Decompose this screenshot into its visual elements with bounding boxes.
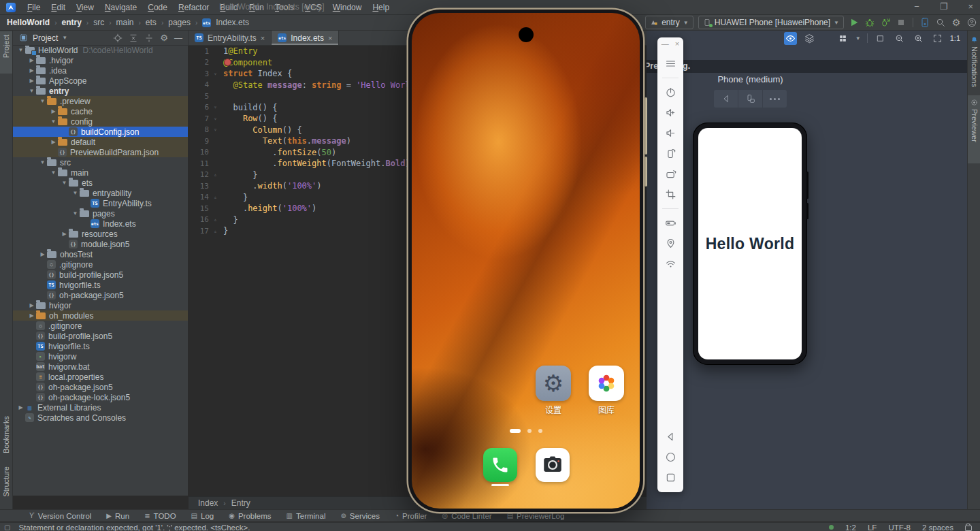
chevron-down-icon[interactable]: ▼	[49, 170, 58, 176]
debug-icon[interactable]	[864, 17, 875, 28]
menu-window[interactable]: Window	[327, 1, 368, 14]
chevron-right-icon[interactable]: ▶	[27, 312, 36, 319]
tree-row-ets[interactable]: ▼ets	[12, 178, 188, 188]
settings-icon[interactable]: ⚙	[951, 17, 962, 28]
tree-row-scratches-and-consoles[interactable]: ✎Scratches and Consoles	[12, 413, 188, 423]
menu-navigate[interactable]: Navigate	[99, 1, 142, 14]
chevron-right-icon[interactable]: ▶	[38, 251, 47, 257]
file-encoding[interactable]: UTF-8	[888, 524, 911, 531]
chevron-down-icon[interactable]: ▼	[38, 159, 47, 165]
chevron-right-icon[interactable]: ▶	[49, 108, 58, 114]
chevron-right-icon[interactable]: ▶	[27, 78, 36, 84]
frame-icon[interactable]	[874, 32, 887, 45]
power-icon[interactable]	[664, 86, 677, 99]
chevron-right-icon[interactable]: ▶	[27, 57, 36, 63]
toolwindow-services[interactable]: ⊚Services	[334, 510, 386, 521]
restore-window-icon[interactable]: ❐	[940, 0, 948, 14]
tree-row-main[interactable]: ▼main	[12, 167, 188, 178]
user-icon[interactable]	[966, 17, 977, 28]
tree-row-buildconfig-json[interactable]: {}buildConfig.json	[12, 127, 188, 137]
tree-row-previewbuildparam-json[interactable]: {}PreviewBuildParam.json	[12, 147, 188, 157]
device-select[interactable]: HUAWEI Phone [HuaweiPhone] ▼	[698, 16, 844, 29]
tree-row-oh-package-lock-json5[interactable]: {}oh-package-lock.json5	[12, 392, 188, 402]
tree-row--gitignore[interactable]: ◌.gitignore	[12, 321, 188, 331]
emulator-minimize-icon[interactable]: —	[662, 39, 669, 48]
menu-help[interactable]: Help	[367, 1, 395, 14]
more-icon[interactable]	[763, 90, 787, 108]
menu-view[interactable]: View	[71, 1, 99, 14]
tab-index[interactable]: ets Index.ets ×	[272, 31, 339, 45]
home-nav-icon[interactable]	[664, 451, 677, 464]
tree-row-hvigorw-bat[interactable]: bathvigorw.bat	[12, 361, 188, 372]
sidebar-tab-notifications[interactable]: Notifications	[968, 33, 980, 93]
chevron-right-icon[interactable]: ▶	[60, 231, 69, 237]
tree-row-build-profile-json5[interactable]: {}build-profile.json5	[12, 331, 188, 341]
fold-marker-icon[interactable]: ▿	[214, 127, 223, 133]
layers-icon[interactable]	[803, 32, 816, 45]
expand-all-icon[interactable]	[129, 33, 138, 43]
menu-code[interactable]: Code	[142, 1, 173, 14]
gallery-app-icon[interactable]	[589, 366, 624, 401]
stop-icon[interactable]	[896, 17, 906, 28]
tree-row-oh-package-json5[interactable]: {}oh-package.json5	[12, 290, 188, 300]
panel-settings-icon[interactable]: ⚙	[160, 33, 168, 43]
zoom-ratio-label[interactable]: 1:1	[950, 34, 960, 42]
tree-row-cache[interactable]: ▶cache	[12, 106, 188, 116]
menu-icon[interactable]	[664, 57, 677, 70]
chevron-down-icon[interactable]: ▼	[855, 35, 861, 42]
tree-row-hvigorw[interactable]: ▸hvigorw	[12, 351, 188, 361]
chevron-down-icon[interactable]: ▼	[71, 190, 80, 196]
emulator-close-icon[interactable]: ×	[675, 39, 679, 48]
toolwindow-terminal[interactable]: ▥Terminal	[280, 510, 332, 521]
fit-screen-icon[interactable]	[931, 32, 944, 45]
minimize-window-icon[interactable]: −	[914, 0, 919, 14]
tree-row-config[interactable]: ▼config	[12, 116, 188, 127]
chevron-down-icon[interactable]: ▼	[71, 210, 80, 216]
breadcrumb-item[interactable]: src	[93, 18, 104, 27]
rotate-device-icon[interactable]	[738, 90, 762, 108]
breadcrumb-item[interactable]: Index.ets	[216, 18, 249, 27]
breadcrumb-item[interactable]: entry	[61, 18, 81, 27]
chevron-right-icon[interactable]: ▶	[27, 302, 36, 308]
tree-row-appscope[interactable]: ▶AppScope	[12, 76, 188, 86]
tree-row-default[interactable]: ▶default	[12, 137, 188, 147]
fold-marker-icon[interactable]: ▿	[214, 104, 223, 110]
lock-icon[interactable]	[965, 526, 972, 531]
tree-row-local-properties[interactable]: ≡local.properties	[12, 372, 188, 382]
tree-row--gitignore[interactable]: ◌.gitignore	[12, 259, 188, 270]
tree-row-hvigorfile-ts[interactable]: TShvigorfile.ts	[12, 341, 188, 351]
breadcrumb-item[interactable]: HelloWorld	[7, 18, 50, 27]
screenshot-icon[interactable]	[664, 188, 677, 201]
search-icon[interactable]	[935, 17, 946, 28]
tree-row-oh-modules[interactable]: ▶oh_modules	[12, 310, 188, 321]
camera-app-icon[interactable]	[536, 448, 570, 482]
chevron-down-icon[interactable]: ▼	[62, 35, 67, 41]
tool-window-switcher-icon[interactable]: ▢	[4, 524, 10, 531]
tree-row-resources[interactable]: ▶resources	[12, 229, 188, 239]
tree-row-src[interactable]: ▼src	[12, 157, 188, 167]
breadcrumb-item[interactable]: main	[116, 18, 134, 27]
settings-app-icon[interactable]: ⚙	[536, 366, 571, 401]
rotate-screen-icon[interactable]	[664, 167, 677, 180]
breadcrumb-item[interactable]: ets	[146, 18, 157, 27]
breadcrumb-item[interactable]: pages	[168, 18, 191, 27]
chevron-down-icon[interactable]: ▼	[38, 98, 47, 104]
back-icon[interactable]	[714, 90, 738, 108]
fold-marker-icon[interactable]: ▿	[214, 71, 223, 77]
toolwindow-todo[interactable]: ≣TODO	[138, 510, 182, 521]
toolwindow-log[interactable]: ▤Log	[185, 510, 220, 521]
fold-marker-icon[interactable]: ▿	[214, 116, 223, 122]
attach-debugger-icon[interactable]	[880, 17, 891, 28]
close-tab-icon[interactable]: ×	[261, 34, 265, 42]
fold-marker-icon[interactable]: ▵	[214, 216, 223, 223]
tree-row-module-json5[interactable]: {}module.json5	[12, 239, 188, 249]
tab-entryability[interactable]: TS EntryAbility.ts ×	[189, 31, 272, 45]
toolwindow-problems[interactable]: ◉Problems	[223, 510, 277, 521]
fold-marker-icon[interactable]: ▵	[214, 228, 223, 234]
fold-marker-icon[interactable]: ▵	[214, 172, 223, 178]
tree-row-index-ets[interactable]: etsIndex.ets	[12, 219, 188, 229]
collapse-all-icon[interactable]	[144, 33, 154, 43]
rotate-portrait-icon[interactable]	[664, 147, 677, 160]
sidebar-tab-previewer[interactable]: Previewer	[968, 95, 980, 163]
menu-refactor[interactable]: Refactor	[173, 1, 214, 14]
